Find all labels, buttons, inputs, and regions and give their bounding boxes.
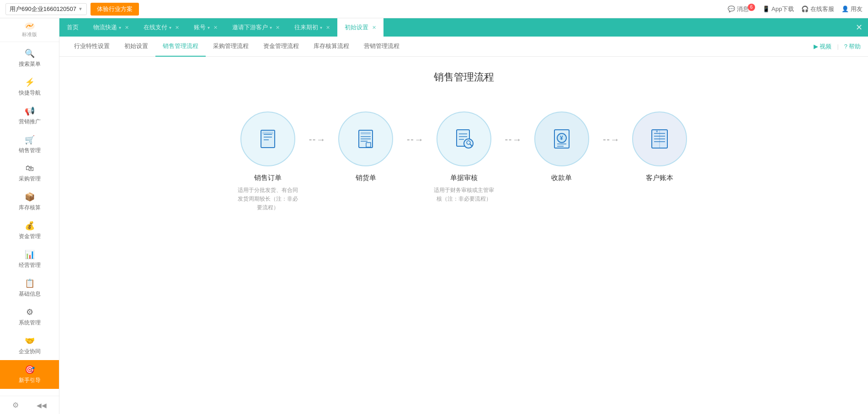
flow-circle-sales-invoice[interactable] xyxy=(338,111,393,166)
user-avatar-item[interactable]: 👤 用友 xyxy=(841,5,863,13)
sidebar-item-marketing[interactable]: 📢 营销推广 xyxy=(0,101,59,130)
sub-tab-marketing-flow[interactable]: 营销管理流程 xyxy=(357,37,407,57)
invite-close[interactable]: ✕ xyxy=(276,25,280,31)
nav-tab-initset-label: 初始设置 xyxy=(345,23,368,32)
sidebar-item-search[interactable]: 🔍 搜索菜单 xyxy=(0,44,59,73)
period-close[interactable]: ✕ xyxy=(326,25,330,31)
clipboard-icon: 📋 xyxy=(25,278,35,288)
content-area: 首页 物流快递 ▾ ✕ 在线支付 ▾ ✕ 账号 ▾ ✕ 邀请下游客户 ▾ ✕ xyxy=(59,18,868,414)
nav-tab-home[interactable]: 首页 xyxy=(59,18,86,37)
app-icon: 📱 xyxy=(762,5,770,12)
sidebar-item-inventory[interactable]: 📦 库存核算 xyxy=(0,187,59,216)
period-arrow: ▾ xyxy=(320,25,322,30)
arrow-4-symbol: - - → xyxy=(603,134,618,145)
sidebar-item-finance[interactable]: 💰 资金管理 xyxy=(0,216,59,245)
sub-tab-sales-flow[interactable]: 销售管理流程 xyxy=(155,37,206,57)
sidebar-label-collab: 企业协同 xyxy=(19,348,41,356)
nav-tab-period[interactable]: 往来期初 ▾ ✕ xyxy=(287,18,337,37)
nav-tab-logistics-label: 物流快递 xyxy=(93,23,117,32)
receipt-icon: ¥ xyxy=(550,127,574,151)
sidebar-item-purchase[interactable]: 🛍 采购管理 xyxy=(0,159,59,187)
logo: 标准版 xyxy=(0,18,59,42)
flow-item-doc-review: 单据审核 适用于财务审核或主管审核（注：非必要流程） xyxy=(423,111,505,203)
main-content: 销售管理流程 销售订单 适用于分批发货、有合同发货周期较长（ xyxy=(59,57,868,414)
sidebar-item-quicknav[interactable]: ⚡ 快捷导航 xyxy=(0,73,59,101)
logistics-close[interactable]: ✕ xyxy=(125,25,129,31)
payment-close[interactable]: ✕ xyxy=(175,25,179,31)
svg-text:¥: ¥ xyxy=(655,129,658,133)
sidebar-item-operation[interactable]: 📊 经营管理 xyxy=(0,245,59,274)
help-icon: ? xyxy=(844,43,847,50)
sub-tab-finance-flow[interactable]: 资金管理流程 xyxy=(256,37,306,57)
flow-diagram: 销售订单 适用于分批发货、有合同发货周期较长（注：非必要流程） - - → xyxy=(78,111,850,212)
sidebar-item-newguide[interactable]: 🎯 新手引导 xyxy=(0,360,59,389)
sub-tab-industry[interactable]: 行业特性设置 xyxy=(67,37,117,57)
flow-item-customer-ledger: ¥ 客户账本 xyxy=(618,111,701,186)
nav-tab-period-label: 往来期初 xyxy=(294,23,318,32)
sidebar-label-purchase: 采购管理 xyxy=(19,175,41,183)
nav-tab-initset[interactable]: 初始设置 ✕ xyxy=(337,18,383,37)
arrow-1-symbol: - - → xyxy=(309,134,325,145)
nav-tab-account-label: 账号 xyxy=(194,23,206,32)
app-download-item[interactable]: 📱 App下载 xyxy=(762,5,794,13)
sidebar: 标准版 🔍 搜索菜单 ⚡ 快捷导航 📢 营销推广 🛒 销售管理 🛍 采购管理 xyxy=(0,18,59,414)
video-help-item[interactable]: ▶ 视频 xyxy=(814,42,831,51)
message-badge: 6 xyxy=(748,4,755,11)
settings-bottom-icon[interactable]: ⚙ xyxy=(12,401,19,409)
nav-tab-payment[interactable]: 在线支付 ▾ ✕ xyxy=(136,18,186,37)
sub-tab-finance-flow-label: 资金管理流程 xyxy=(263,42,299,50)
svg-point-16 xyxy=(464,139,473,148)
sidebar-item-system[interactable]: ⚙ 系统管理 xyxy=(0,303,59,331)
target-icon: 🎯 xyxy=(25,365,35,375)
lightning-icon: ⚡ xyxy=(25,77,35,87)
collapse-icon[interactable]: ◀◀ xyxy=(37,402,47,409)
video-label: 视频 xyxy=(820,42,831,51)
sidebar-item-appcenter[interactable]: ⊞ 应用中心 xyxy=(0,389,59,396)
online-service-item[interactable]: 🎧 在线客服 xyxy=(801,5,834,13)
sub-tabs: 行业特性设置 初始设置 销售管理流程 采购管理流程 资金管理流程 库存核算流程 … xyxy=(59,37,868,57)
payment-arrow: ▾ xyxy=(169,25,171,30)
flow-item-sales-invoice: 销货单 xyxy=(325,111,407,186)
sidebar-label-system: 系统管理 xyxy=(19,319,41,327)
nav-tab-invite-label: 邀请下游客户 xyxy=(232,23,268,32)
sidebar-item-sales[interactable]: 🛒 销售管理 xyxy=(0,130,59,159)
nav-tab-logistics[interactable]: 物流快递 ▾ ✕ xyxy=(86,18,136,37)
svg-text:¥: ¥ xyxy=(560,135,563,141)
user-selector[interactable]: 用户690企业1660120507 ▼ xyxy=(5,3,87,15)
help-item[interactable]: ? 帮助 xyxy=(844,42,861,51)
trial-button[interactable]: 体验行业方案 xyxy=(91,3,139,16)
flow-label-sales-order: 销售订单 xyxy=(254,174,282,182)
flow-circle-customer-ledger[interactable]: ¥ xyxy=(632,111,687,166)
sidebar-label-sales: 销售管理 xyxy=(19,147,41,154)
sidebar-item-basic[interactable]: 📋 基础信息 xyxy=(0,274,59,303)
message-item[interactable]: 💬 消息 6 xyxy=(728,5,755,13)
flow-desc-doc-review: 适用于财务审核或主管审核（注：非必要流程） xyxy=(432,186,496,203)
nav-tab-account[interactable]: 账号 ▾ ✕ xyxy=(186,18,225,37)
divider: | xyxy=(837,43,838,50)
gear-icon: ⚙ xyxy=(26,307,33,317)
handshake-icon: 🤝 xyxy=(25,336,35,346)
svg-rect-6 xyxy=(262,132,273,134)
nav-close-all[interactable]: ✕ xyxy=(856,18,868,37)
flow-circle-sales-order[interactable] xyxy=(240,111,295,166)
flow-label-sales-invoice: 销货单 xyxy=(356,174,376,182)
sub-tab-initial[interactable]: 初始设置 xyxy=(117,37,155,57)
sales-invoice-icon xyxy=(354,127,378,151)
account-arrow: ▾ xyxy=(208,25,210,30)
box-icon: 📦 xyxy=(25,192,35,202)
initset-close[interactable]: ✕ xyxy=(372,25,376,31)
svg-point-1 xyxy=(29,25,31,27)
page-title: 销售管理流程 xyxy=(78,70,850,84)
online-service-label: 在线客服 xyxy=(810,5,834,13)
account-close[interactable]: ✕ xyxy=(213,25,218,31)
app-download-label: App下载 xyxy=(772,5,794,13)
sidebar-item-collab[interactable]: 🤝 企业协同 xyxy=(0,331,59,360)
sub-tab-inventory-flow[interactable]: 库存核算流程 xyxy=(306,37,357,57)
sidebar-label-inventory: 库存核算 xyxy=(19,204,41,212)
flow-circle-doc-review[interactable] xyxy=(437,111,491,166)
sub-tab-purchase-flow[interactable]: 采购管理流程 xyxy=(206,37,256,57)
arrow-1: - - → xyxy=(309,111,325,145)
doc-review-icon xyxy=(452,127,476,151)
nav-tab-invite[interactable]: 邀请下游客户 ▾ ✕ xyxy=(225,18,287,37)
flow-circle-receipt[interactable]: ¥ xyxy=(534,111,589,166)
